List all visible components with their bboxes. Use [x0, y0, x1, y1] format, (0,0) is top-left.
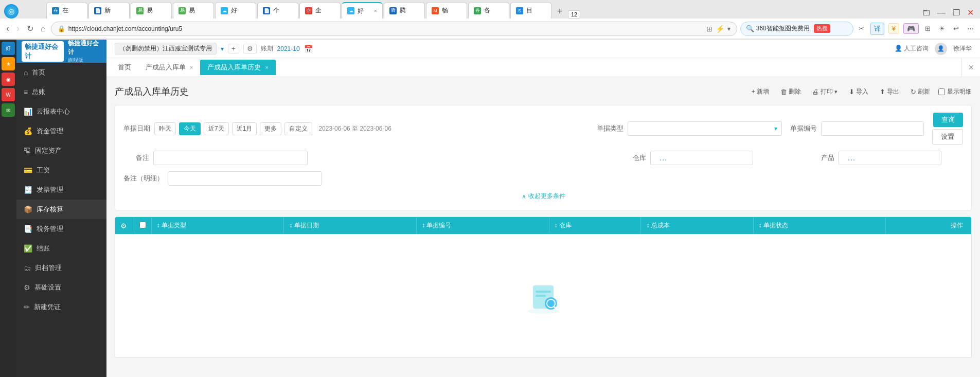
th-total-cost[interactable]: ↕ 总成本	[641, 217, 753, 234]
warehouse-dropdown[interactable]: …	[650, 151, 753, 165]
app-icon-wb[interactable]: W	[2, 88, 15, 101]
nav-item-salary[interactable]: 💳 工资	[16, 160, 106, 180]
minimize-btn[interactable]: —	[935, 7, 948, 19]
th-warehouse[interactable]: ↕ 仓库	[549, 217, 641, 234]
nav-item-base[interactable]: ⚙ 基础设置	[16, 278, 106, 297]
app-icon-circle[interactable]: ◉	[2, 73, 15, 86]
print-btn[interactable]: 🖨 打印 ▾	[809, 86, 841, 98]
add-account-btn[interactable]: +	[228, 44, 239, 53]
app-icon-star[interactable]: ★	[2, 57, 15, 70]
tab-list[interactable]: 产成品入库单 ×	[138, 60, 200, 75]
product-ellipsis[interactable]: …	[845, 153, 858, 163]
sun-btn[interactable]: ☀	[937, 24, 947, 33]
nav-item-home[interactable]: ⌂ 首页	[16, 63, 106, 82]
number-input[interactable]	[821, 121, 924, 136]
date-btn-7days[interactable]: 近7天	[204, 122, 229, 135]
gear-icon[interactable]: ⚙	[120, 222, 127, 230]
refresh-btn[interactable]: ↻	[25, 23, 35, 34]
home-btn[interactable]: ⌂	[39, 23, 48, 34]
delete-btn[interactable]: 🗑 删除	[777, 86, 804, 98]
tab-12[interactable]: S 目	[510, 2, 551, 19]
dropdown-icon[interactable]: ▾	[727, 25, 730, 32]
tab-history-close[interactable]: ×	[265, 64, 268, 70]
product-dropdown[interactable]: …	[839, 151, 941, 165]
app-icon-mail[interactable]: ✉	[2, 103, 15, 117]
tab-10[interactable]: M 畅	[426, 2, 467, 19]
export-btn[interactable]: ⬆ 导出	[877, 86, 902, 98]
date-btn-custom[interactable]: 自定义	[284, 122, 312, 135]
close-panel-button[interactable]: ×	[961, 58, 980, 77]
avatar[interactable]: 👤	[935, 43, 947, 55]
translate-btn[interactable]: 译	[870, 23, 884, 35]
tab-8-close[interactable]: ×	[374, 8, 377, 14]
restore-btn[interactable]: 🗔	[921, 8, 932, 18]
nav-item-invoice[interactable]: 🧾 发票管理	[16, 180, 106, 200]
tab-2[interactable]: 📄 新	[88, 2, 130, 19]
yuan-btn[interactable]: ¥	[888, 23, 899, 34]
refresh-btn2[interactable]: ↻ 刷新	[907, 86, 933, 98]
undo-btn[interactable]: ↩	[951, 24, 961, 33]
nav-item-ledger[interactable]: ≡ 总账	[16, 82, 106, 102]
tab-8-active[interactable]: ☁ 好 ×	[342, 2, 383, 19]
tab-home[interactable]: 首页	[111, 60, 138, 75]
nav-item-archive[interactable]: 🗂 归档管理	[16, 258, 106, 278]
remark-input[interactable]	[153, 151, 308, 165]
new-tab-btn[interactable]: +	[553, 4, 567, 19]
date-btn-1month[interactable]: 近1月	[232, 122, 257, 135]
customer-service-link[interactable]: 👤 人工咨询	[895, 44, 929, 53]
tab-9[interactable]: 腾 腾	[384, 2, 425, 19]
nav-item-fixed[interactable]: 🏗 固定资产	[16, 141, 106, 160]
th-type[interactable]: ↕ 单据类型	[151, 217, 284, 234]
new-btn[interactable]: + 新增	[749, 86, 772, 98]
tab-list-close[interactable]: ×	[190, 64, 193, 70]
nav-item-tax[interactable]: 📑 税务管理	[16, 219, 106, 239]
query-btn[interactable]: 查询	[933, 113, 963, 127]
collapse-btn[interactable]: ∧ 收起更多条件	[522, 190, 565, 203]
maximize-btn[interactable]: ❐	[951, 7, 962, 19]
layout-btn[interactable]: ⊞	[923, 24, 933, 33]
app-icon-chanjet[interactable]: 好	[2, 42, 15, 55]
nav-item-inventory[interactable]: 📦 库存核算	[16, 200, 106, 219]
select-all-checkbox[interactable]	[139, 222, 146, 228]
th-date[interactable]: ↕ 单据日期	[284, 217, 417, 234]
gamepad-btn[interactable]: 🎮	[903, 23, 919, 34]
date-btn-today[interactable]: 今天	[179, 122, 201, 135]
calendar-icon[interactable]: 📅	[304, 45, 313, 53]
tab-5[interactable]: ☁ 好	[215, 2, 256, 19]
tab-7[interactable]: 企 企	[299, 2, 341, 19]
browser-logo[interactable]: ◎	[4, 4, 19, 19]
th-status[interactable]: ↕ 单据状态	[753, 217, 886, 234]
close-btn[interactable]: ✕	[965, 7, 976, 19]
nav-item-reports[interactable]: 📊 云报表中心	[16, 102, 106, 121]
tab-count[interactable]: 12	[568, 10, 580, 19]
address-bar[interactable]: 🔒 https://cloud.chanjet.com/accounting/u…	[51, 22, 737, 36]
tab-6[interactable]: 📄 个	[257, 2, 298, 19]
forward-btn[interactable]: ›	[14, 22, 22, 35]
date-btn-more[interactable]: 更多	[260, 122, 281, 135]
account-dropdown[interactable]: ▾	[221, 45, 224, 52]
back-btn[interactable]: ‹	[4, 22, 11, 35]
browser-search-bar[interactable]: 🔍 360智能抠图免费用 热搜	[740, 22, 853, 36]
scissors-btn[interactable]: ✂	[857, 24, 866, 33]
warehouse-ellipsis[interactable]: …	[657, 153, 669, 163]
type-dropdown-icon: ▾	[774, 125, 777, 132]
tab-11[interactable]: 各 各	[468, 2, 509, 19]
remark-detail-input[interactable]	[168, 171, 322, 186]
show-cols-checkbox[interactable]	[938, 88, 945, 95]
print-dropdown-icon[interactable]: ▾	[834, 88, 838, 95]
nav-item-funds[interactable]: 💰 资金管理	[16, 121, 106, 141]
nav-item-newbill[interactable]: ✏ 新建凭证	[16, 297, 106, 317]
date-btn-yesterday[interactable]: 昨天	[154, 122, 176, 135]
nav-item-checkout[interactable]: ✅ 结账	[16, 239, 106, 258]
tab-3[interactable]: 易 易	[131, 2, 172, 19]
tab-history[interactable]: 产成品入库单历史 ×	[200, 60, 275, 75]
th-number[interactable]: ↕ 单据编号	[416, 217, 549, 234]
th-gear[interactable]: ⚙	[115, 217, 134, 234]
settings-btn[interactable]: ⋯	[965, 24, 976, 33]
setting-btn[interactable]: 设置	[932, 129, 963, 145]
import-btn[interactable]: ⬇ 导入	[846, 86, 871, 98]
settings-account-btn[interactable]: ⚙	[243, 44, 257, 53]
tab-4[interactable]: 易 易	[173, 2, 214, 19]
tab-1[interactable]: 在 在	[46, 2, 87, 19]
type-dropdown[interactable]: ▾	[628, 121, 782, 136]
